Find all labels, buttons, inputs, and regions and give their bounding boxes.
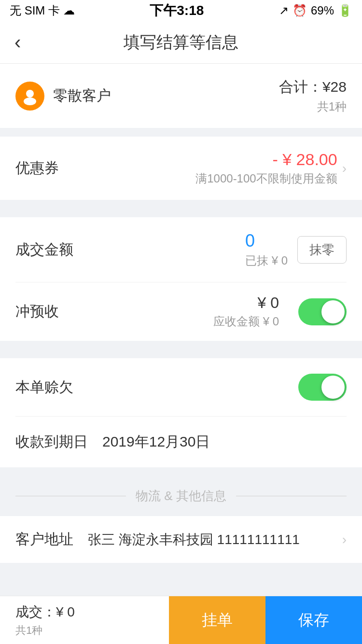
coupon-label: 优惠券: [15, 158, 59, 178]
bottom-summary-count: 共1种: [15, 623, 153, 638]
svg-point-1: [24, 98, 36, 105]
due-date-label: 收款到期日: [15, 432, 88, 452]
prepayment-sub: 应收金额 ¥ 0: [213, 314, 279, 329]
status-right: ↗ ⏰ 69% 🔋: [279, 4, 352, 17]
customer-right: 合计：¥28 共1种: [279, 77, 347, 114]
credit-toggle[interactable]: [298, 374, 347, 401]
chevron-right-icon-address: ›: [342, 532, 347, 547]
coupon-desc: 满1000-100不限制使用金额: [195, 171, 337, 186]
credit-label: 本单赊欠: [15, 378, 73, 397]
nav-bar: ‹ 填写结算等信息: [0, 21, 362, 64]
bottom-summary-value: ¥ 0: [56, 604, 75, 619]
status-left: 无 SIM 卡 ☁: [10, 3, 75, 18]
address-row[interactable]: 客户地址 张三 海淀永丰科技园 11111111111 ›: [0, 516, 362, 563]
transaction-value: 0: [245, 231, 288, 251]
prepayment-amount-col: ¥ 0 应收金额 ¥ 0: [213, 294, 279, 329]
credit-section: 本单赊欠 收款到期日 2019年12月30日: [0, 358, 362, 467]
prepayment-amount: ¥ 0: [213, 294, 279, 312]
transaction-label: 成交金额: [15, 240, 73, 260]
coupon-section[interactable]: 优惠券 - ¥ 28.00 满1000-100不限制使用金额 ›: [0, 137, 362, 200]
coupon-amount: - ¥ 28.00: [195, 150, 337, 169]
avatar: [15, 82, 44, 111]
hang-single-button[interactable]: 挂单: [169, 596, 265, 644]
svg-point-0: [26, 90, 34, 98]
transaction-section: 成交金额 0 已抹 ¥ 0 抹零 冲预收 ¥ 0 应收金额 ¥ 0: [0, 217, 362, 341]
address-section[interactable]: 客户地址 张三 海淀永丰科技园 11111111111 ›: [0, 516, 362, 563]
page-title: 填写结算等信息: [124, 31, 238, 54]
coupon-right: - ¥ 28.00 满1000-100不限制使用金额 ›: [195, 150, 347, 186]
prepayment-toggle[interactable]: [298, 298, 347, 325]
toggle-slider-credit: [298, 374, 347, 401]
customer-name: 零散客户: [53, 86, 111, 106]
due-date-value: 2019年12月30日: [102, 432, 210, 452]
bottom-summary-text: 成交：: [15, 604, 56, 619]
battery-icon: 🔋: [338, 4, 352, 17]
customer-row: 零散客户 合计：¥28 共1种: [0, 64, 362, 128]
logistics-line-right: [236, 496, 347, 496]
save-button[interactable]: 保存: [265, 596, 362, 644]
section-separator-1: [0, 209, 362, 217]
due-date-row: 收款到期日 2019年12月30日: [0, 417, 362, 467]
chevron-right-icon: ›: [342, 161, 347, 176]
coupon-row[interactable]: 优惠券 - ¥ 28.00 满1000-100不限制使用金额 ›: [0, 137, 362, 200]
round-zero-button[interactable]: 抹零: [297, 236, 347, 264]
logistics-label: 物流 & 其他信息: [136, 488, 226, 504]
status-bar: 无 SIM 卡 ☁ 下午3:18 ↗ ⏰ 69% 🔋: [0, 0, 362, 21]
bottom-summary: 成交：¥ 0 共1种: [0, 596, 169, 644]
address-label: 客户地址: [15, 530, 73, 549]
bottom-summary-label: 成交：¥ 0: [15, 603, 153, 621]
customer-left: 零散客户: [15, 82, 111, 111]
alarm-icon: ⏰: [292, 4, 307, 17]
logistics-separator: 物流 & 其他信息: [0, 476, 362, 516]
address-value: 张三 海淀永丰科技园 11111111111: [88, 531, 337, 549]
section-separator-2: [0, 350, 362, 358]
transaction-sub: 已抹 ¥ 0: [245, 253, 288, 268]
back-button[interactable]: ‹: [14, 31, 21, 53]
customer-count: 共1种: [279, 99, 347, 114]
location-icon: ↗: [279, 4, 289, 17]
credit-row: 本单赊欠: [0, 358, 362, 416]
logistics-line-left: [15, 496, 126, 496]
bottom-bar: 成交：¥ 0 共1种 挂单 保存: [0, 596, 362, 644]
customer-section: 零散客户 合计：¥28 共1种: [0, 64, 362, 128]
transaction-row: 成交金额 0 已抹 ¥ 0 抹零: [0, 217, 362, 282]
transaction-right: 0 已抹 ¥ 0 抹零: [245, 231, 347, 268]
prepayment-label: 冲预收: [15, 302, 59, 322]
prepayment-row: 冲预收 ¥ 0 应收金额 ¥ 0: [0, 282, 362, 341]
sim-status: 无 SIM 卡 ☁: [10, 3, 75, 18]
coupon-info: - ¥ 28.00 满1000-100不限制使用金额: [195, 150, 337, 186]
customer-total: 合计：¥28: [279, 77, 347, 97]
status-time: 下午3:18: [150, 1, 204, 20]
toggle-slider-prepayment: [298, 298, 347, 325]
transaction-value-col: 0 已抹 ¥ 0: [245, 231, 288, 268]
battery-level: 69%: [311, 4, 334, 17]
